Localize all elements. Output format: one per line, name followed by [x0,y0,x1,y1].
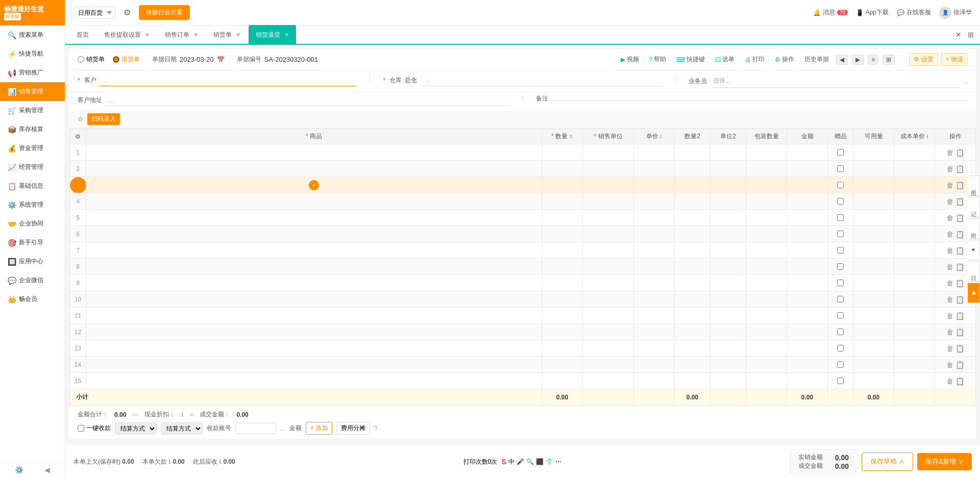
user-profile-btn[interactable]: 👤 徐泽华 [939,7,972,19]
row-unit-cell[interactable] [583,242,634,259]
row-copy-btn[interactable]: 📋 [955,279,964,287]
row-delete-btn[interactable]: 🗑 [946,246,953,255]
row-amount-cell[interactable] [787,242,828,259]
debit-info-icon[interactable]: ℹ [168,458,171,465]
app-download-btn[interactable]: 📱 App下载 [856,8,889,17]
row-delete-btn[interactable]: 🗑 [946,279,953,287]
row-available-cell[interactable] [853,275,894,291]
row-available-cell[interactable] [853,259,894,275]
row-qty2-cell[interactable] [675,193,710,210]
toolbar-help-btn[interactable]: ? 帮助 [646,54,670,65]
row-amount-cell[interactable] [787,210,828,226]
row-unit-cell[interactable] [583,259,634,275]
sidebar-item-system[interactable]: ⚙️ 系统管理 [0,195,65,214]
row-pack-cell[interactable] [746,193,787,210]
row-cost-cell[interactable] [894,308,935,324]
calc-method-select[interactable]: 结算方式 [115,422,157,435]
gift-checkbox[interactable] [837,378,844,384]
row-unit2-cell[interactable] [710,308,746,324]
toolbar-video-btn[interactable]: ▶ 视频 [618,54,642,65]
row-qty2-cell[interactable] [675,210,710,226]
row-unit2-cell[interactable] [710,226,746,242]
account-input[interactable] [235,423,276,434]
row-pack-cell[interactable] [746,144,787,161]
row-amount-cell[interactable] [787,373,828,389]
row-qty2-cell[interactable] [675,161,710,177]
radio-sales-order[interactable]: 销货单 [78,55,105,64]
sidebar-item-finance[interactable]: 💰 资金管理 [0,139,65,158]
row-qty-cell[interactable] [542,340,583,357]
row-unit-cell[interactable] [583,291,634,308]
row-price-cell[interactable] [634,161,675,177]
row-copy-btn[interactable]: 📋 [955,246,964,255]
toolbar-shortcut-btn[interactable]: ⌨ 快捷键 [673,54,708,65]
row-available-cell[interactable] [853,373,894,389]
row-cost-cell[interactable] [894,226,935,242]
row-delete-btn[interactable]: 🗑 [946,263,953,271]
salesperson-input[interactable]: 选择... [710,74,960,88]
row-qty2-cell[interactable] [675,291,710,308]
row-qty2-cell[interactable] [675,373,710,389]
row-delete-btn[interactable]: 🗑 [946,230,953,238]
sidebar-settings-btn[interactable]: ⚙️ [15,466,23,474]
row-unit-cell[interactable] [583,308,634,324]
row-unit-cell[interactable] [583,210,634,226]
row-qty-cell[interactable] [542,259,583,275]
radio-return-order[interactable]: 退货单 [113,55,140,64]
receivable-info-icon[interactable]: ℹ [219,458,222,465]
row-available-cell[interactable] [853,308,894,324]
row-amount-cell[interactable] [787,340,828,357]
sidebar-item-enterprise[interactable]: 🤝 企业协同 [0,214,65,233]
row-unit-cell[interactable] [583,161,634,177]
table-settings-icon[interactable]: ⚙ [78,116,83,123]
row-price-cell[interactable] [634,144,675,161]
add-row-btn[interactable]: + [309,180,319,190]
row-pack-cell[interactable] [746,242,787,259]
row-qty-cell[interactable] [542,193,583,210]
row-qty-cell[interactable] [542,161,583,177]
row-amount-cell[interactable] [787,291,828,308]
row-qty-cell[interactable] [542,226,583,242]
row-qty2-cell[interactable] [675,324,710,340]
row-price-cell[interactable] [634,259,675,275]
row-qty-cell[interactable] [542,242,583,259]
row-available-cell[interactable] [853,193,894,210]
grid-view-btn[interactable]: ⊞ [883,55,895,65]
tab-sales-order[interactable]: 销售订单 ✕ [158,25,205,44]
row-cost-cell[interactable] [894,291,935,308]
row-product-cell[interactable] [86,144,542,161]
list-view-btn[interactable]: ≡ [868,55,878,65]
row-price-cell[interactable] [634,226,675,242]
row-amount-cell[interactable] [787,226,828,242]
row-pack-cell[interactable] [746,308,787,324]
row-qty-cell[interactable] [542,308,583,324]
sidebar-item-inventory[interactable]: 📦 库存核算 [0,120,65,139]
row-cost-cell[interactable] [894,242,935,259]
row-amount-cell[interactable] [787,357,828,373]
sidebar-item-operations[interactable]: 📈 经营管理 [0,158,65,177]
row-qty2-cell[interactable] [675,226,710,242]
tab-close-all-btn[interactable]: ✕ [953,30,964,40]
toolbar-select-btn[interactable]: ☑ 选单 [712,54,738,65]
row-product-cell[interactable] [86,161,542,177]
row-delete-btn[interactable]: 🗑 [946,312,953,320]
customer-input[interactable]: ... [100,74,357,86]
gift-checkbox[interactable] [837,165,844,172]
row-amount-cell[interactable] [787,144,828,161]
row-pack-cell[interactable] [746,259,787,275]
tab-close-sales-return[interactable]: ✕ [284,32,289,38]
row-available-cell[interactable] [853,340,894,357]
row-pack-cell[interactable] [746,275,787,291]
gift-checkbox[interactable] [837,247,844,254]
row-copy-btn[interactable]: 📋 [955,344,964,353]
sidebar-item-basic[interactable]: 📋 基础信息 [0,177,65,195]
setting-btn[interactable]: ⚙ 设置 [909,53,938,66]
gift-checkbox[interactable] [837,149,844,156]
topbar-gear-icon[interactable]: ⚙ [124,8,131,17]
row-available-cell[interactable] [853,161,894,177]
tab-sales-return[interactable]: 销货退货 ✕ [249,25,296,44]
row-delete-btn[interactable]: 🗑 [946,328,953,336]
gift-checkbox[interactable] [837,263,844,270]
row-delete-btn[interactable]: 🗑 [946,148,953,157]
row-qty-cell[interactable] [542,324,583,340]
